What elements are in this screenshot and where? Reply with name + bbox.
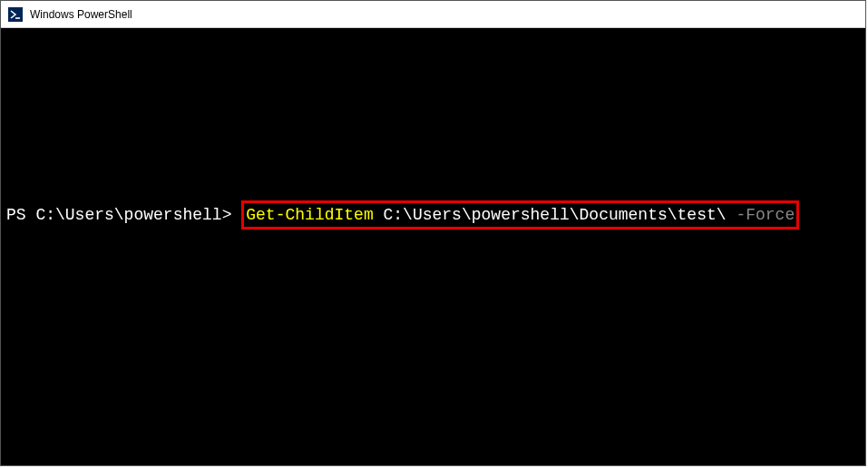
blank-line — [1, 395, 865, 418]
cmd-arg-path: C:\Users\powershell\Documents\test\ — [374, 206, 736, 224]
ps-prefix: PS — [6, 206, 35, 224]
powershell-window: Windows PowerShell PS C:\Users\powershel… — [0, 0, 866, 466]
cmd-flag: -Force — [736, 206, 795, 224]
terminal-area[interactable]: PS C:\Users\powershell> Get-ChildItem C:… — [1, 28, 865, 465]
window-title: Windows PowerShell — [30, 8, 132, 21]
blank-line — [1, 324, 865, 347]
cmdlet-name: Get-ChildItem — [246, 206, 373, 224]
prompt-path: C:\Users\powershell> — [35, 206, 231, 224]
powershell-icon — [8, 7, 23, 22]
command-line: PS C:\Users\powershell> Get-ChildItem C:… — [1, 177, 865, 253]
titlebar[interactable]: Windows PowerShell — [1, 1, 865, 28]
command-highlight-box: Get-ChildItem C:\Users\powershell\Docume… — [241, 200, 799, 229]
